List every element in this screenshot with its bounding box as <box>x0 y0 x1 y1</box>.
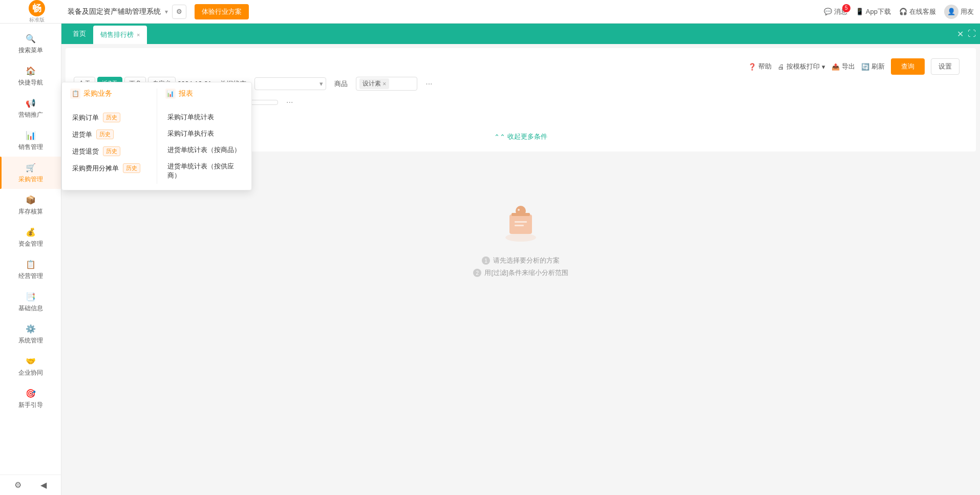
marketing-icon: 📢 <box>25 97 36 109</box>
set-button[interactable]: 设置 <box>931 58 960 75</box>
report-inbound-goods-item[interactable]: 进货单统计表（按商品） <box>165 142 244 158</box>
export-button[interactable]: 📤 导出 <box>832 62 855 71</box>
message-button[interactable]: 💬 消息 5 <box>824 7 847 16</box>
goods-tag: 设计素 × <box>359 78 389 89</box>
empty-hint-2: 2 用[过滤]条件来缩小分析范围 <box>473 268 568 277</box>
report-inbound-supplier-item[interactable]: 进货单统计表（按供应商） <box>165 158 244 184</box>
print-dropdown-icon[interactable]: ▾ <box>822 63 825 71</box>
system-dropdown-arrow[interactable]: ▾ <box>165 8 168 15</box>
goods-tag-close[interactable]: × <box>382 80 386 88</box>
doc-status-select[interactable] <box>254 77 326 90</box>
svg-point-3 <box>516 206 526 216</box>
purchase-expense-hist: 历史 <box>123 163 140 173</box>
system-title-area: 装备及固定资产辅助管理系统 ▾ ⚙ 体验行业方案 <box>68 4 824 19</box>
avatar: 👤 <box>944 5 958 19</box>
tab-home[interactable]: 首页 <box>66 24 93 44</box>
sidebar-item-system[interactable]: ⚙️ 系统管理 <box>0 318 61 350</box>
goods-input-area[interactable]: 设计素 × <box>356 77 417 91</box>
sidebar-item-purchase[interactable]: 🛒 采购管理 <box>0 157 61 189</box>
sidebar-item-quick[interactable]: 🏠 快捷导航 <box>0 60 61 92</box>
logo-icon: 畅 <box>29 0 45 16</box>
basic-icon: 📑 <box>25 291 36 302</box>
message-icon: 💬 <box>824 8 832 15</box>
sidebar-item-operations[interactable]: 📋 经营管理 <box>0 253 61 286</box>
phone-icon: 📱 <box>856 8 864 15</box>
sidebar-item-search[interactable]: 🔍 搜索菜单 <box>0 28 61 60</box>
svg-point-0 <box>505 233 536 242</box>
tab-bar: 首页 销售排行榜 × ✕ ⛶ <box>61 24 980 44</box>
report-title-icon: 📊 <box>165 89 176 99</box>
empty-hint-1: 1 请先选择要分析的方案 <box>482 256 560 265</box>
app-download-button[interactable]: 📱 App下载 <box>856 7 891 16</box>
operations-icon: 📋 <box>25 259 36 270</box>
help-icon: ❓ <box>748 63 756 71</box>
sidebar-item-enterprise[interactable]: 🤝 企业协同 <box>0 350 61 382</box>
headset-icon: 🎧 <box>899 8 907 15</box>
purchase-inbound-item[interactable]: 进货单 历史 <box>70 126 148 143</box>
purchase-order-item[interactable]: 采购订单 历史 <box>70 109 148 126</box>
salesperson-more-btn[interactable]: ··· <box>286 98 293 107</box>
user-menu[interactable]: 👤 用友 <box>944 5 974 19</box>
sidebar-item-finance[interactable]: 💰 资金管理 <box>0 221 61 253</box>
step-1-num: 1 <box>482 256 490 265</box>
report-order-stat-item[interactable]: 采购订单统计表 <box>165 109 244 125</box>
purchase-col: 📋 采购业务 采购订单 历史 进货单 历史 进货退货 历史 采购费用分摊单 历史 <box>62 89 157 184</box>
message-badge: 5 <box>842 4 850 12</box>
purchase-dropdown-menu: 📋 采购业务 采购订单 历史 进货单 历史 进货退货 历史 采购费用分摊单 历史… <box>61 82 252 190</box>
purchase-order-hist: 历史 <box>103 113 120 122</box>
step-2-num: 2 <box>473 269 481 277</box>
inventory-icon: 📦 <box>25 194 36 205</box>
newbie-icon: 🎯 <box>25 388 36 399</box>
header-right: 💬 消息 5 📱 App下载 🎧 在线客服 👤 用友 <box>824 5 974 19</box>
export-icon: 📤 <box>832 63 840 71</box>
print-button[interactable]: 🖨 按模板打印 ▾ <box>778 62 825 71</box>
sidebar-item-basic[interactable]: 📑 基础信息 <box>0 286 61 318</box>
report-order-exec-item[interactable]: 采购订单执行表 <box>165 125 244 142</box>
sidebar-item-marketing[interactable]: 📢 营销推广 <box>0 92 61 124</box>
search-icon: 🔍 <box>25 33 36 44</box>
maximize-icon[interactable]: ⛶ <box>968 29 976 38</box>
logo-subtitle: 标准版 <box>29 16 45 24</box>
purchase-expense-item[interactable]: 采购费用分摊单 历史 <box>70 160 148 177</box>
goods-more-btn[interactable]: ··· <box>425 79 432 89</box>
tab-sales-ranking[interactable]: 销售排行榜 × <box>93 26 147 44</box>
logo-area: 畅 标准版 <box>6 0 68 24</box>
purchase-col-title: 📋 采购业务 <box>70 89 148 103</box>
collapse-sidebar-icon[interactable]: ◀ <box>40 480 47 490</box>
top-header: 畅 标准版 装备及固定资产辅助管理系统 ▾ ⚙ 体验行业方案 💬 消息 5 📱 … <box>0 0 980 24</box>
enterprise-icon: 🤝 <box>25 355 36 367</box>
empty-illustration <box>495 197 546 248</box>
print-icon: 🖨 <box>778 63 784 71</box>
system-icon: ⚙️ <box>25 323 36 334</box>
sales-icon: 📊 <box>25 130 36 141</box>
purchase-return-item[interactable]: 进货退货 历史 <box>70 143 148 160</box>
industry-button[interactable]: 体验行业方案 <box>195 4 249 19</box>
query-button[interactable]: 查询 <box>891 58 925 75</box>
svg-point-4 <box>518 209 520 211</box>
toolbar: ❓ 帮助 🖨 按模板打印 ▾ 📤 导出 🔄 刷新 <box>74 54 968 75</box>
tab-close-icon[interactable]: × <box>137 32 140 38</box>
svg-rect-1 <box>509 214 532 234</box>
svg-rect-5 <box>515 221 527 223</box>
settings-bottom-icon[interactable]: ⚙ <box>14 480 22 490</box>
help-button[interactable]: ❓ 帮助 <box>748 62 772 71</box>
purchase-return-hist: 历史 <box>103 146 120 156</box>
purchase-icon: 🛒 <box>25 162 36 173</box>
report-col: 📊 报表 采购订单统计表 采购订单执行表 进货单统计表（按商品） 进货单统计表（… <box>157 89 252 184</box>
home-icon: 🏠 <box>25 65 36 76</box>
sidebar-item-inventory[interactable]: 📦 库存核算 <box>0 189 61 221</box>
collapse-up-icon: ⌃⌃ <box>494 133 505 141</box>
sidebar-bottom: ⚙ ◀ <box>0 475 61 495</box>
online-service-button[interactable]: 🎧 在线客服 <box>899 7 936 16</box>
refresh-button[interactable]: 🔄 刷新 <box>861 62 885 71</box>
gear-button[interactable]: ⚙ <box>172 5 186 19</box>
close-window-icon[interactable]: ✕ <box>957 29 964 39</box>
purchase-inbound-hist: 历史 <box>96 130 114 139</box>
sidebar-item-sales[interactable]: 📊 销售管理 <box>0 124 61 157</box>
sidebar: 🔍 搜索菜单 🏠 快捷导航 📢 营销推广 📊 销售管理 🛒 采购管理 📦 库存核… <box>0 24 61 495</box>
purchase-title-icon: 📋 <box>70 89 80 99</box>
refresh-icon: 🔄 <box>861 63 869 71</box>
svg-rect-6 <box>515 225 524 226</box>
sidebar-item-newbie[interactable]: 🎯 新手引导 <box>0 382 61 415</box>
report-col-title: 📊 报表 <box>165 89 244 103</box>
